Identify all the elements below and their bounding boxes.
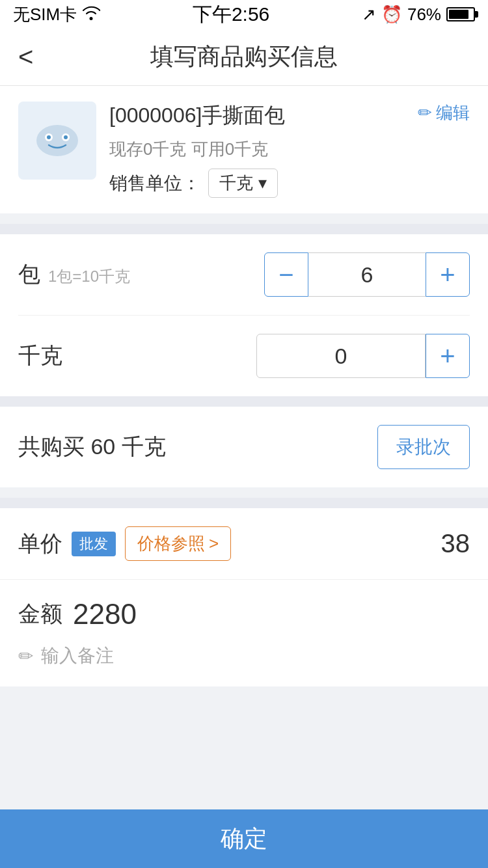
edit-icon: ✏: [418, 103, 432, 123]
svg-point-0: [36, 125, 78, 156]
total-section: 共购买 60 千克 录批次: [0, 407, 488, 487]
input-section: 包 1包=10千克 − + 千克 +: [0, 234, 488, 396]
product-stock: 现存0千克 可用0千克: [109, 138, 470, 161]
bao-controls: − +: [264, 252, 470, 297]
kg-input-row: 千克 +: [18, 316, 470, 396]
kg-input[interactable]: [256, 334, 426, 378]
status-left: 无SIM卡: [13, 3, 100, 26]
amount-label: 金额: [18, 599, 62, 629]
price-left: 单价 批发 价格参照 >: [18, 526, 231, 561]
kg-label: 千克: [18, 341, 62, 371]
carrier-label: 无SIM卡: [13, 3, 77, 26]
remark-row[interactable]: ✏ 输入备注: [18, 644, 470, 668]
battery-percent: 76%: [407, 5, 441, 25]
bao-hint: 1包=10千克: [48, 266, 130, 287]
bao-minus-button[interactable]: −: [264, 252, 308, 297]
status-right: ↗ ⏰ 76%: [362, 5, 475, 25]
amount-row: 金额 2280: [18, 598, 470, 631]
confirm-button[interactable]: 确定: [0, 809, 488, 868]
remark-icon: ✏: [18, 645, 33, 667]
edit-label: 编辑: [436, 102, 470, 124]
price-ref-label: 价格参照: [137, 532, 205, 555]
price-ref-arrow-icon: >: [209, 534, 219, 554]
unit-value: 千克: [219, 172, 253, 195]
product-unit-row: 销售单位： 千克 ▾: [109, 169, 470, 198]
amount-section: 金额 2280 ✏ 输入备注: [0, 580, 488, 686]
batch-button[interactable]: 录批次: [377, 425, 470, 469]
bao-label: 包 1包=10千克: [18, 260, 130, 290]
product-image: [18, 102, 96, 180]
unit-label: 销售单位：: [109, 171, 200, 196]
remark-input[interactable]: 输入备注: [41, 644, 114, 668]
alarm-icon: ⏰: [381, 5, 402, 25]
status-bar: 无SIM卡 下午2:56 ↗ ⏰ 76%: [0, 0, 488, 29]
price-tag: 批发: [72, 532, 116, 556]
edit-button[interactable]: ✏ 编辑: [418, 102, 470, 124]
bao-label-text: 包: [18, 260, 40, 290]
page-title: 填写商品购买信息: [150, 41, 338, 73]
battery-icon: [446, 7, 475, 21]
product-card: [0000006]手撕面包 现存0千克 可用0千克 销售单位： 千克 ▾ ✏ 编…: [0, 86, 488, 213]
location-icon: ↗: [362, 5, 376, 25]
svg-point-4: [64, 135, 68, 139]
bao-plus-button[interactable]: +: [426, 252, 470, 297]
price-label: 单价: [18, 529, 62, 559]
section-divider-2: [0, 396, 488, 407]
total-text: 共购买 60 千克: [18, 432, 166, 462]
price-value: 38: [441, 529, 470, 558]
bao-input-row: 包 1包=10千克 − +: [18, 234, 470, 316]
product-name: [0000006]手撕面包: [109, 102, 470, 130]
bao-input[interactable]: [308, 252, 426, 297]
wifi-icon: [82, 5, 100, 25]
amount-value: 2280: [73, 598, 137, 631]
kg-plus-button[interactable]: +: [426, 334, 470, 378]
unit-selector[interactable]: 千克 ▾: [208, 169, 278, 198]
status-time: 下午2:56: [193, 1, 269, 28]
svg-point-3: [47, 135, 51, 139]
kg-controls: +: [256, 334, 470, 378]
kg-label-text: 千克: [18, 341, 62, 371]
product-info: [0000006]手撕面包 现存0千克 可用0千克 销售单位： 千克 ▾: [109, 102, 470, 198]
back-button[interactable]: <: [18, 42, 33, 72]
section-divider-3: [0, 498, 488, 508]
price-ref-button[interactable]: 价格参照 >: [125, 526, 231, 561]
nav-bar: < 填写商品购买信息: [0, 29, 488, 86]
section-divider-1: [0, 224, 488, 234]
price-section: 单价 批发 价格参照 > 38: [0, 508, 488, 580]
unit-dropdown-icon: ▾: [258, 173, 267, 193]
